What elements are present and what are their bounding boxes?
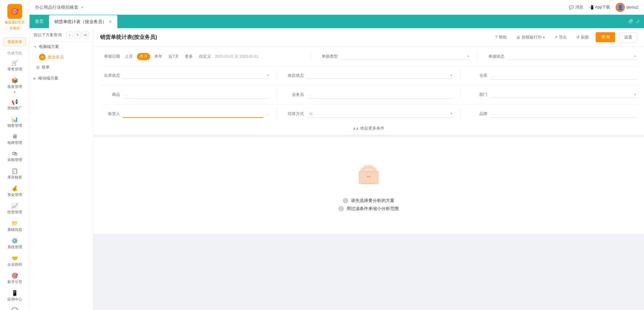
app-download-button[interactable]: 📲 App下载	[589, 4, 610, 10]
sidebar-item-finance-label: 资金管理	[7, 192, 22, 197]
filter-staff: 业务员 …	[284, 91, 454, 99]
sidebar-item-ecommerce-label: 电商管理	[7, 140, 22, 145]
restore-window-button[interactable]: 🗗	[629, 19, 633, 24]
receipt-status-label: 收款状态	[284, 73, 304, 79]
consignee-dots[interactable]: …	[266, 111, 270, 116]
collapse-up-icon: ∧∧	[353, 126, 359, 131]
goods-input[interactable]: …	[123, 91, 270, 99]
brand-label: 品牌	[467, 111, 487, 117]
sidebar-item-enterprise[interactable]: 🤝 企业协同	[0, 252, 29, 270]
help-button[interactable]: ? 帮助	[492, 33, 509, 42]
tab-sales-stats[interactable]: 销货单统计表（按业务员） ✕	[49, 15, 117, 29]
tab-home[interactable]: 首页	[30, 15, 49, 28]
warehouse-input[interactable]: …	[490, 72, 637, 80]
svg-rect-0	[359, 171, 379, 184]
edit-scheme-button[interactable]: ✎	[74, 32, 81, 38]
template-print-button[interactable]: 🖨 按模板打印 ▾	[514, 33, 547, 42]
topbar-dropdown-icon[interactable]: ▾	[81, 5, 83, 10]
collapse-filter-button[interactable]: ∧∧ 收起更多条件	[100, 123, 637, 135]
right-panel: 销货单统计表(按业务员) ? 帮助 🖨 按模板打印 ▾ ↗ 导出	[93, 28, 644, 310]
empty-illustration	[352, 157, 385, 191]
tree-item-by-staff[interactable]: 按 按业务员	[35, 52, 93, 62]
user-name: demo2	[626, 5, 639, 10]
brand-input[interactable]: …	[490, 110, 637, 118]
app-download-label: App下载	[595, 4, 610, 10]
goods-dots[interactable]: …	[124, 92, 128, 97]
add-scheme-button[interactable]: +	[66, 32, 73, 38]
date-tab-last-month[interactable]: 上月	[123, 53, 135, 60]
consignee-label: 收货人	[100, 111, 120, 117]
staff-input[interactable]: …	[307, 91, 454, 99]
search-menu-button[interactable]: 搜索菜单	[3, 37, 26, 46]
by-staff-icon-text: 按	[41, 55, 44, 59]
logo-text: 畅捷通好生意	[5, 20, 25, 24]
filter-out-status: 出库状态 ▾	[100, 72, 270, 79]
filter-section: 单据日期 上月 本月 本年 近7天 更多 自定义 2023-03-01 至 20…	[93, 47, 644, 135]
settings-button[interactable]: 设置	[619, 33, 637, 42]
settlement-tag-close[interactable]: ×	[309, 111, 313, 116]
sidebar-item-newbie[interactable]: 🎯 新手引导	[0, 270, 29, 287]
sidebar-item-apps[interactable]: 📱 应用中心	[0, 287, 29, 305]
consignee-input[interactable]	[123, 110, 263, 118]
sidebar-item-ecommerce[interactable]: 🖥 电商管理	[0, 131, 29, 148]
sidebar-item-basic[interactable]: 📁 基础信息	[0, 217, 29, 235]
logo-area: 🎯 畅捷通好生意 标账版	[0, 0, 29, 35]
tree-mobile-expand-icon: ▶	[34, 76, 36, 80]
empty-step-2: 2 用过滤条件来缩小分析范围	[338, 206, 399, 212]
filter-receipt-status: 收款状态 ▾	[284, 72, 454, 79]
sidebar-item-weixin[interactable]: 💬 企业微信	[0, 305, 29, 310]
doc-type-select[interactable]: ▾	[340, 53, 471, 60]
tree-desktop-scheme[interactable]: ▼ 电脑端方案	[30, 42, 93, 52]
svg-point-3	[367, 176, 368, 177]
message-button[interactable]: 💬 消息	[569, 4, 583, 10]
sidebar-item-system-label: 系统管理	[7, 245, 22, 250]
date-tab-last-7-days[interactable]: 近7天	[166, 53, 181, 60]
print-arrow-icon: ▾	[543, 36, 545, 39]
help-label: 帮助	[499, 35, 507, 40]
brand-dots[interactable]: …	[491, 111, 495, 116]
sidebar-item-sales[interactable]: 📊 销售管理	[0, 113, 29, 131]
query-button[interactable]: 查询	[596, 32, 615, 42]
sidebar-item-inventory[interactable]: 📋 库存核算	[0, 165, 29, 183]
export-button[interactable]: ↗ 导出	[551, 33, 570, 42]
print-icon: 🖨	[516, 35, 520, 40]
sidebar-item-system[interactable]: ⚙️ 系统管理	[0, 235, 29, 252]
sidebar-item-operations[interactable]: 📈 经营管理	[0, 200, 29, 217]
sidebar-item-purchase[interactable]: 🛍 采购管理	[0, 148, 29, 165]
user-menu-button[interactable]: 👤 demo2	[615, 3, 639, 12]
date-tab-more[interactable]: 更多	[183, 53, 195, 60]
settlement-select[interactable]: × ▾	[307, 110, 454, 118]
tab-close-icon[interactable]: ✕	[109, 19, 112, 24]
sidebar-item-finance[interactable]: 💰 资金管理	[0, 183, 29, 200]
left-panel-actions: + ✎ ≪	[66, 32, 89, 38]
refresh-button[interactable]: ↺ 刷新	[574, 33, 592, 42]
tree-mobile-scheme[interactable]: ▶ 移动端方案	[30, 73, 93, 83]
sidebar-item-retail[interactable]: 🛒 零售管理	[0, 57, 29, 74]
warehouse-dots[interactable]: …	[491, 73, 495, 78]
refresh-icon: ↺	[576, 35, 580, 40]
filter-consignee: 收货人 …	[100, 110, 270, 118]
receipt-status-select[interactable]: ▾	[307, 72, 454, 79]
out-status-select[interactable]: ▾	[123, 72, 270, 79]
department-select[interactable]: ▾	[490, 91, 637, 98]
sidebar-item-marketing[interactable]: 📢 营销推广	[0, 96, 29, 113]
date-tab-this-year[interactable]: 本年	[152, 53, 164, 60]
export-icon: ↗	[554, 35, 557, 40]
date-tab-custom[interactable]: 自定义	[197, 53, 213, 60]
doc-status-select[interactable]: ▾	[507, 53, 637, 60]
sidebar-search-area: 搜索菜单	[0, 35, 29, 49]
refresh-label: 刷新	[581, 35, 589, 40]
download-icon: 📲	[589, 5, 594, 10]
expand-window-button[interactable]: ⤢	[636, 19, 640, 24]
date-tab-this-month[interactable]: 本月	[137, 53, 150, 60]
collapse-panel-button[interactable]: ≪	[82, 32, 89, 38]
department-arrow-icon: ▾	[634, 93, 636, 96]
purchase-icon: 🛍	[12, 151, 17, 157]
date-filter-tabs: 上月 本月 本年 近7天 更多 自定义 2023-03-01 至 2023-03…	[123, 53, 304, 60]
doc-status-label: 单据状态	[484, 54, 504, 59]
tree-item-by-order[interactable]: ⊞ 按单	[35, 62, 93, 72]
staff-dots[interactable]: …	[308, 92, 312, 97]
marketing-icon: 📢	[11, 99, 18, 105]
sidebar-item-wholesale[interactable]: 📦 批发管理 ▲	[0, 74, 29, 96]
left-panel-title: 按以下方案查询	[34, 32, 62, 38]
